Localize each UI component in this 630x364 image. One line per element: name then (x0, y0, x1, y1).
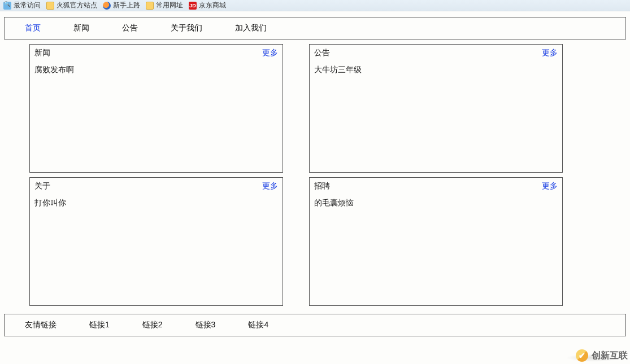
bookmark-bar: 最常访问 火狐官方站点 新手上路 常用网址 JD京东商城 (0, 0, 630, 11)
bookmark-getting-started[interactable]: 新手上路 (103, 1, 140, 10)
panel-title: 新闻 (34, 48, 50, 58)
bookmark-label: 最常访问 (14, 1, 41, 10)
panel-about: 关于 更多 打你叫你 (29, 177, 283, 306)
watermark-icon: ✔ (576, 349, 588, 362)
bookmark-label: 火狐官方站点 (57, 1, 97, 10)
bookmark-label: 新手上路 (113, 1, 140, 10)
firefox-icon (103, 2, 111, 10)
panel-body: 的毛囊烦恼 (314, 198, 558, 208)
footer-link-1[interactable]: 链接1 (89, 320, 110, 330)
bookmark-label: 京东商城 (199, 1, 226, 10)
page-icon (3, 2, 11, 10)
panel-grid: 新闻 更多 腐败发布啊 公告 更多 大牛坊三年级 关于 更多 打你叫你 招聘 更… (0, 44, 630, 306)
folder-icon (146, 2, 154, 10)
watermark-text: 创新互联 (592, 350, 628, 362)
bookmark-common-sites[interactable]: 常用网址 (146, 1, 183, 10)
nav-join[interactable]: 加入我们 (235, 23, 267, 33)
bookmark-firefox-official[interactable]: 火狐官方站点 (46, 1, 97, 10)
folder-icon (46, 2, 54, 10)
panel-title: 公告 (314, 48, 330, 58)
panel-body: 打你叫你 (34, 198, 278, 208)
nav-announce[interactable]: 公告 (122, 23, 138, 33)
panel-title: 招聘 (314, 181, 330, 191)
footer-link-2[interactable]: 链接2 (142, 320, 163, 330)
footer: 友情链接 链接1 链接2 链接3 链接4 (0, 310, 630, 336)
more-link[interactable]: 更多 (542, 181, 558, 191)
nav-about[interactable]: 关于我们 (171, 23, 202, 33)
watermark: ✔ 创新互联 (576, 349, 628, 362)
panel-news: 新闻 更多 腐败发布啊 (29, 44, 283, 173)
bookmark-label: 常用网址 (156, 1, 183, 10)
nav-home[interactable]: 首页 (25, 23, 41, 33)
footer-link-4[interactable]: 链接4 (248, 320, 268, 330)
jd-icon: JD (189, 2, 197, 10)
panel-recruit: 招聘 更多 的毛囊烦恼 (309, 177, 563, 306)
nav-news[interactable]: 新闻 (73, 23, 89, 33)
bookmark-jd[interactable]: JD京东商城 (189, 1, 226, 10)
panel-body: 腐败发布啊 (34, 65, 278, 75)
bookmark-most-visited[interactable]: 最常访问 (3, 1, 41, 10)
panel-announce: 公告 更多 大牛坊三年级 (309, 44, 563, 173)
panel-body: 大牛坊三年级 (314, 65, 558, 75)
more-link[interactable]: 更多 (262, 48, 278, 58)
more-link[interactable]: 更多 (542, 48, 558, 58)
panel-title: 关于 (34, 181, 50, 191)
footer-link-3[interactable]: 链接3 (195, 320, 216, 330)
main-nav: 首页 新闻 公告 关于我们 加入我们 (4, 17, 626, 40)
footer-label: 友情链接 (25, 320, 57, 330)
more-link[interactable]: 更多 (262, 181, 278, 191)
